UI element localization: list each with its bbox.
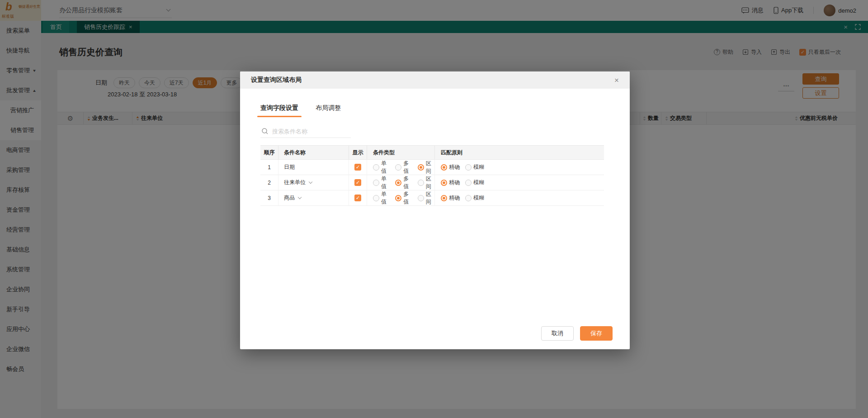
row-show-cell: ✓	[349, 175, 367, 190]
header-show: 显示	[349, 146, 367, 159]
radio-label: 精确	[449, 194, 460, 202]
modal-tab-query-fields[interactable]: 查询字段设置	[260, 104, 298, 117]
condition-search[interactable]	[260, 125, 351, 138]
radio-off-icon[interactable]	[373, 180, 379, 186]
condition-row-往来单位: 2往来单位✓单值多值区间精确模糊	[260, 175, 604, 190]
radio-off-icon[interactable]	[418, 180, 424, 186]
row-name-cell[interactable]: 商品	[278, 190, 349, 205]
radio-type-1-区间[interactable]: 区间	[418, 160, 434, 175]
radio-match-1-模糊[interactable]: 模糊	[465, 163, 484, 171]
row-order: 1	[260, 160, 278, 175]
row-name-label: 往来单位	[284, 179, 306, 186]
radio-type-1-多值[interactable]: 多值	[395, 160, 412, 175]
cancel-button[interactable]: 取消	[541, 326, 574, 341]
radio-type-1-单值[interactable]: 单值	[373, 160, 390, 175]
condition-table: 顺序 条件名称 显示 条件类型 匹配原则 1日期✓单值多值区间精确模糊2往来单位…	[260, 145, 604, 206]
row-name-cell: 日期	[278, 160, 349, 175]
radio-type-2-单值[interactable]: 单值	[373, 175, 390, 190]
row-type-cell: 单值多值区间	[367, 175, 435, 190]
radio-on-icon[interactable]	[441, 180, 447, 186]
radio-label: 单值	[381, 160, 390, 175]
row-show-cell: ✓	[349, 190, 367, 205]
save-button[interactable]: 保存	[580, 326, 613, 341]
radio-label: 多值	[403, 175, 412, 190]
row-type-cell: 单值多值区间	[367, 190, 435, 205]
radio-label: 精确	[449, 163, 460, 171]
modal-tab-layout[interactable]: 布局调整	[316, 104, 341, 117]
row-match-cell: 精确模糊	[435, 160, 604, 175]
checkbox-checked-icon[interactable]: ✓	[354, 195, 361, 201]
search-icon	[261, 128, 269, 135]
radio-label: 区间	[426, 190, 434, 206]
radio-label: 多值	[403, 160, 412, 175]
condition-search-input[interactable]	[272, 128, 344, 135]
modal-title: 设置查询区域布局	[251, 76, 302, 84]
radio-label: 区间	[426, 160, 434, 175]
chevron-down-icon[interactable]	[309, 180, 312, 184]
radio-on-icon[interactable]	[418, 164, 424, 171]
radio-off-icon[interactable]	[418, 195, 424, 201]
radio-label: 模糊	[473, 194, 484, 202]
header-type: 条件类型	[367, 146, 435, 159]
query-layout-modal: 设置查询区域布局 × 查询字段设置 布局调整 顺序 条件名称 显示 条件类型 匹…	[240, 71, 630, 349]
radio-off-icon[interactable]	[465, 164, 472, 171]
radio-on-icon[interactable]	[395, 195, 401, 201]
modal-close-icon[interactable]: ×	[614, 76, 619, 84]
radio-on-icon[interactable]	[441, 164, 447, 171]
condition-row-商品: 3商品✓单值多值区间精确模糊	[260, 190, 604, 206]
condition-row-日期: 1日期✓单值多值区间精确模糊	[260, 160, 604, 175]
header-name: 条件名称	[278, 146, 349, 159]
radio-type-3-单值[interactable]: 单值	[373, 190, 390, 206]
radio-on-icon[interactable]	[395, 180, 401, 186]
radio-off-icon[interactable]	[395, 164, 401, 171]
chevron-down-icon[interactable]	[298, 195, 302, 199]
radio-match-1-精确[interactable]: 精确	[441, 163, 460, 171]
radio-label: 区间	[426, 175, 434, 190]
header-match: 匹配原则	[435, 146, 604, 159]
radio-type-2-多值[interactable]: 多值	[395, 175, 412, 190]
radio-type-3-多值[interactable]: 多值	[395, 190, 412, 206]
checkbox-checked-icon[interactable]: ✓	[354, 179, 361, 186]
radio-off-icon[interactable]	[373, 164, 379, 171]
radio-off-icon[interactable]	[465, 180, 472, 186]
radio-label: 模糊	[473, 163, 484, 171]
radio-match-2-精确[interactable]: 精确	[441, 179, 460, 186]
row-show-cell: ✓	[349, 160, 367, 175]
radio-label: 单值	[381, 175, 390, 190]
header-order: 顺序	[260, 146, 278, 159]
radio-type-2-区间[interactable]: 区间	[418, 175, 434, 190]
radio-label: 模糊	[473, 179, 484, 186]
row-order: 3	[260, 190, 278, 205]
radio-match-2-模糊[interactable]: 模糊	[465, 179, 484, 186]
radio-label: 精确	[449, 179, 460, 186]
radio-match-3-精确[interactable]: 精确	[441, 194, 460, 202]
radio-label: 单值	[381, 190, 390, 206]
row-name-cell[interactable]: 往来单位	[278, 175, 349, 190]
radio-off-icon[interactable]	[373, 195, 379, 201]
row-name-label: 商品	[284, 194, 295, 202]
row-order: 2	[260, 175, 278, 190]
row-match-cell: 精确模糊	[435, 190, 604, 205]
radio-match-3-模糊[interactable]: 模糊	[465, 194, 484, 202]
radio-type-3-区间[interactable]: 区间	[418, 190, 434, 206]
radio-on-icon[interactable]	[441, 195, 447, 201]
row-match-cell: 精确模糊	[435, 175, 604, 190]
row-name-label: 日期	[284, 163, 295, 171]
radio-off-icon[interactable]	[465, 195, 472, 201]
radio-label: 多值	[403, 190, 412, 206]
row-type-cell: 单值多值区间	[367, 160, 435, 175]
checkbox-checked-icon[interactable]: ✓	[354, 164, 361, 171]
